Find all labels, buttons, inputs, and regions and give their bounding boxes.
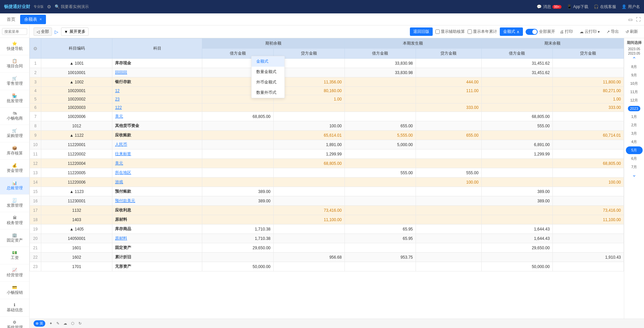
table-row[interactable]: 15 ▲ 1123 预付账款 389.00 389.00 [30, 187, 624, 196]
row-name[interactable]: 往来标签 [112, 149, 202, 159]
table-row[interactable]: 8 1012 其他货币资金 100.00 655.00 555.00 [30, 121, 624, 131]
period-9[interactable]: 9月 [626, 71, 643, 79]
sidebar-item-capital[interactable]: 💰 资金管理 [0, 160, 29, 177]
row-name[interactable]: 库存商品 [112, 224, 202, 234]
row-name[interactable]: 预付款美元 [112, 196, 202, 206]
show-yearly-checkbox[interactable] [468, 29, 472, 34]
row-name[interactable]: 12 [112, 87, 202, 95]
lang-btn[interactable]: ⊕ 英 [34, 320, 45, 327]
row-name[interactable]: 库存现金 [112, 59, 202, 68]
row-name[interactable]: 固定资产 [112, 243, 202, 253]
table-row[interactable]: 18 1403 原材料 11,100.00 11,100.00 [30, 215, 624, 224]
table-row[interactable]: 20 14050001 原材料 1,710.38 65.95 1,644.43 [30, 234, 624, 243]
user-btn[interactable]: 👤 用户名 [622, 4, 640, 10]
table-row[interactable]: 12 11220004 美元 68,805.00 68,805.00 [30, 159, 624, 168]
sidebar-item-tax[interactable]: 🏛 税务管理 [0, 212, 29, 229]
column-settings-icon[interactable]: ⚙ [33, 45, 38, 52]
period-range-start[interactable]: 2023.05 [628, 47, 640, 51]
dropdown-item-qty-amount[interactable]: 数量金额式 [252, 67, 284, 77]
period-12[interactable]: 12月 [626, 96, 643, 104]
row-name[interactable]: 原材料 [112, 215, 202, 224]
sidebar-item-wholesale[interactable]: 🏪 批发管理 [0, 90, 29, 108]
gear-icon[interactable]: ⚙ [47, 4, 51, 9]
table-row[interactable]: 14 11220006 游戏 100.00 100.00 [30, 178, 624, 187]
table-row[interactable]: 17 1132 应收利息 73,416.00 73,416.00 [30, 206, 624, 215]
row-name[interactable]: 美元 [112, 112, 202, 121]
online-service-btn[interactable]: 🎧 在线客服 [594, 4, 616, 10]
row-name[interactable]: 23 [112, 95, 202, 104]
row-name[interactable]: 预付账款 [112, 187, 202, 196]
expand-btn[interactable]: ▼ 展开更多 [61, 27, 89, 36]
sidebar-item-payroll[interactable]: 💵 工资 [0, 247, 29, 264]
sidebar-item-basic[interactable]: ℹ 基础信息 [0, 299, 29, 317]
sidebar-item-quick-nav[interactable]: ⭐ 快捷导航 [0, 38, 29, 55]
period-5[interactable]: 5月 [626, 146, 643, 154]
status-icon-2[interactable]: ✎ [56, 321, 59, 326]
sidebar-item-operations[interactable]: 📈 经营管理 [0, 264, 29, 282]
back-btn[interactable]: 退回旧版 [410, 27, 433, 36]
sidebar-item-sales[interactable]: 💳 小畅报销 [0, 282, 29, 299]
amount-mode-btn[interactable]: 金额式 ∧ [500, 27, 523, 36]
table-row[interactable]: 10 11220001 人民币 1,891.00 5,000.00 6,891.… [30, 140, 624, 149]
expand-all-toggle[interactable]: 全部展开 [526, 29, 555, 35]
table-row[interactable]: 5 10020002 23 1.00 1.00 [30, 95, 624, 104]
dropdown-item-amount[interactable]: 金额式 [252, 56, 284, 67]
tab-close-btn[interactable]: ✕ [39, 17, 42, 21]
th-settings[interactable]: ⚙ [30, 39, 41, 59]
period-4[interactable]: 4月 [626, 138, 643, 146]
row-name[interactable]: 无形资产 [112, 262, 202, 271]
table-row[interactable]: 11 11220002 往来标签 1,299.99 1,299.99 [30, 149, 624, 159]
row-name[interactable]: 应收利息 [112, 206, 202, 215]
sidebar-item-invoice[interactable]: 🧾 发票管理 [0, 195, 29, 212]
export-btn[interactable]: ↗ 导出 [604, 28, 621, 36]
show-auxiliary-label[interactable]: 显示辅助核算 [435, 29, 465, 35]
period-1[interactable]: 1月 [626, 113, 643, 121]
message-btn[interactable]: 💬 消息 99+ [537, 4, 561, 10]
sidebar-item-purchase[interactable]: 🛒 采购管理 [0, 125, 29, 142]
print-btn[interactable]: 🖨 打印 [558, 28, 575, 36]
app-download-btn[interactable]: 📱 App下载 [567, 4, 588, 10]
period-11[interactable]: 11月 [626, 88, 643, 96]
row-name[interactable]: 122 [112, 104, 202, 112]
all-btn[interactable]: ◁ 全部 [34, 27, 52, 36]
period-3[interactable]: 3月 [626, 130, 643, 137]
table-row[interactable]: 21 1601 固定资产 29,650.00 29,650.00 [30, 243, 624, 253]
row-name[interactable]: 游戏 [112, 178, 202, 187]
switch-track[interactable] [526, 29, 538, 35]
tab-balance[interactable]: 余额表 ✕ [20, 15, 46, 24]
table-row[interactable]: 4 10020001 12 80,160.00 111.00 80,271.00 [30, 87, 624, 95]
sidebar-item-ledger[interactable]: 📊 总账管理 [0, 177, 29, 195]
row-name[interactable]: 应收账款 [112, 131, 202, 140]
table-row[interactable]: 16 11230001 预付款美元 389.00 389.00 [30, 196, 624, 206]
sidebar-item-retail[interactable]: 🛒 零售管理 [0, 73, 29, 90]
table-row[interactable]: 6 10020003 122 333.00 333.00 [30, 104, 624, 112]
row-name[interactable]: 原材料 [112, 234, 202, 243]
row-name[interactable]: 人民币 [112, 140, 202, 149]
search-input[interactable] [2, 28, 27, 35]
row-name[interactable]: 累计折旧 [112, 253, 202, 262]
tab-minimize-icon[interactable]: ▭ [628, 16, 633, 23]
status-icon-4[interactable]: ⬡ [71, 321, 74, 326]
sidebar-item-system[interactable]: ⚙ 系统管理 [0, 317, 29, 328]
demo-link[interactable]: 🔍 我要看实例演示 [55, 4, 89, 10]
table-row[interactable]: 1 ▲ 1001 库存现金 65,282.60 33,830.98 31,451… [30, 59, 624, 68]
period-up-nav[interactable]: ⌃ [626, 56, 643, 62]
dropdown-item-foreign-amount[interactable]: 外币金额式 [252, 77, 284, 87]
table-row[interactable]: 7 10020006 美元 68,805.00 68,805.00 [30, 112, 624, 121]
status-icon-1[interactable]: ✦ [49, 321, 52, 326]
dropdown-item-qty-foreign[interactable]: 数量外币式 [252, 87, 284, 98]
row-name[interactable]: 其他货币资金 [112, 121, 202, 131]
period-2[interactable]: 2月 [626, 121, 643, 129]
period-8[interactable]: 8月 [626, 63, 643, 71]
table-row[interactable]: 23 1701 无形资产 50,000.00 50,000.00 [30, 262, 624, 271]
period-6[interactable]: 6月 [626, 155, 643, 162]
period-7[interactable]: 7月 [626, 163, 643, 171]
table-row[interactable]: 3 ▲ 1002 银行存款 11,356.00 444.00 11,800.00 [30, 77, 624, 87]
period-range-end[interactable]: 2023.05 [628, 52, 640, 55]
row-name[interactable]: 美元 [112, 159, 202, 168]
row-name[interactable]: 所在地区 [112, 168, 202, 178]
refresh-btn[interactable]: ↺ 刷新 [624, 28, 640, 36]
tab-home[interactable]: 首页 [3, 15, 19, 24]
show-auxiliary-checkbox[interactable] [435, 29, 440, 34]
status-icon-3[interactable]: ☁ [63, 321, 67, 326]
